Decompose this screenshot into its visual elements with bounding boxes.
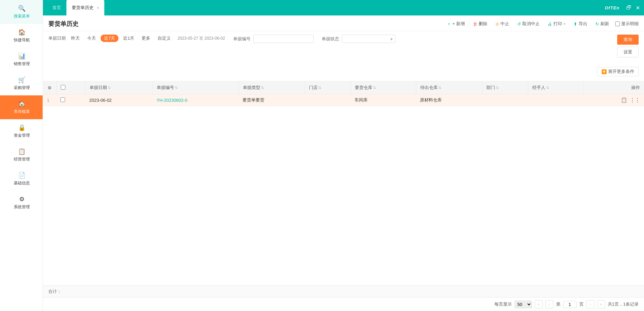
per-page-select[interactable]: 50 20 100 bbox=[515, 301, 532, 308]
page-label-after: 页 bbox=[579, 301, 584, 307]
sidebar-item-purchase[interactable]: 🛒 采购管理 bbox=[0, 72, 43, 95]
th-bill-type[interactable]: 单据类型⇅ bbox=[238, 81, 305, 94]
th-date[interactable]: 单据日期⇅ bbox=[85, 81, 152, 94]
th-department[interactable]: 部门⇅ bbox=[482, 81, 528, 94]
refresh-button[interactable]: ↻ 刷新 bbox=[593, 19, 611, 28]
pagination-next-btn[interactable]: › bbox=[586, 300, 594, 308]
th-handler[interactable]: 经手人⇅ bbox=[528, 81, 584, 94]
tab-requisition-history[interactable]: 要货单历史 × bbox=[66, 0, 104, 15]
cell-action: 📋 ⋮⋮ bbox=[584, 94, 644, 106]
query-button[interactable]: 查询 bbox=[617, 35, 639, 45]
th-action: 操作 bbox=[584, 81, 644, 94]
sales-icon: 📊 bbox=[18, 52, 25, 60]
basic-info-icon: 📄 bbox=[18, 172, 25, 179]
row-checkbox[interactable] bbox=[60, 97, 65, 102]
bill-no-input[interactable] bbox=[253, 35, 314, 43]
th-store[interactable]: 门店⇅ bbox=[305, 81, 351, 94]
expand-chevron-icon: 🔽 bbox=[601, 69, 607, 74]
pagination-prev-btn[interactable]: ‹ bbox=[545, 300, 553, 308]
cancel-stop-button[interactable]: ↺ 取消中止 bbox=[515, 19, 542, 28]
brand-label: OfTEn bbox=[605, 5, 620, 10]
settings-button[interactable]: 设置 bbox=[617, 47, 639, 57]
date-tab-custom[interactable]: 自定义 bbox=[155, 35, 173, 42]
show-detail-toggle[interactable]: 显示明细 bbox=[615, 21, 639, 27]
th-checkbox bbox=[56, 81, 85, 94]
row-edit-icon[interactable]: 📋 bbox=[621, 97, 627, 103]
window-restore-btn[interactable]: 🗗 bbox=[626, 5, 632, 11]
sidebar-item-quick-nav[interactable]: 🏠 快捷导航 bbox=[0, 24, 43, 48]
handler-sort-icon: ⇅ bbox=[546, 86, 549, 90]
window-close-btn[interactable]: ✕ bbox=[636, 5, 640, 11]
date-tab-7days[interactable]: 近7天 bbox=[101, 35, 118, 42]
tab-home[interactable]: 首页 bbox=[47, 0, 66, 15]
status-label: 单据状态 bbox=[322, 36, 339, 42]
sidebar-item-search[interactable]: 🔍 搜索菜单 bbox=[0, 0, 43, 24]
print-icon: 🖨 bbox=[548, 21, 552, 27]
pending-warehouse-sort-icon: ⇅ bbox=[438, 86, 441, 90]
system-icon: ⚙ bbox=[19, 195, 24, 203]
row-delete-icon[interactable]: ⋮⋮ bbox=[630, 97, 640, 103]
sidebar-item-inventory[interactable]: 🏠 库存核算 bbox=[0, 95, 43, 119]
refresh-icon: ↻ bbox=[595, 21, 599, 27]
filter-actions: 查询 设置 bbox=[617, 35, 639, 57]
topbar: 首页 要货单历史 × OfTEn 🗗 ✕ bbox=[43, 0, 644, 15]
th-bill-no[interactable]: 单据编号⇅ bbox=[153, 81, 238, 94]
export-button[interactable]: ⬆ 导出 bbox=[572, 19, 589, 28]
pagination: 每页显示 50 20 100 « ‹ 第 页 › » 共1页，1条记录 bbox=[43, 297, 644, 311]
cell-num: 1 bbox=[43, 94, 56, 106]
date-tab-more[interactable]: 更多 bbox=[139, 35, 153, 42]
sidebar-item-system[interactable]: ⚙ 系统管理 bbox=[0, 191, 43, 215]
page-content: 要货单历史 ＋ + 新增 🗑 删除 ⊘ 中止 ↺ 取消中止 bbox=[43, 15, 644, 311]
home-icon: 🏠 bbox=[18, 29, 25, 36]
table-row: 1 2023-06-02 YH-20230602-0 要货单要货 车间库 原材料… bbox=[43, 94, 644, 106]
sidebar: 🔍 搜索菜单 🏠 快捷导航 📊 销售管理 🛒 采购管理 🏠 库存核算 🔒 资金管… bbox=[0, 0, 43, 311]
finance-icon: 🔒 bbox=[18, 124, 25, 131]
select-all-checkbox[interactable] bbox=[61, 85, 65, 90]
bill-no-link[interactable]: YH-20230602-0 bbox=[157, 98, 187, 103]
date-sort-icon: ⇅ bbox=[108, 86, 111, 90]
toolbar: ＋ + 新增 🗑 删除 ⊘ 中止 ↺ 取消中止 🖨 打印 bbox=[445, 19, 639, 28]
print-button[interactable]: 🖨 打印 ▾ bbox=[546, 19, 568, 28]
data-table: ⚙ 单据日期⇅ 单据编号⇅ 单据类型⇅ 门店⇅ 要货仓库⇅ 待出仓库⇅ 部门⇅ … bbox=[43, 81, 644, 106]
filter-expand-row: 🔽 展开更多条件 bbox=[48, 65, 639, 78]
page-title: 要货单历史 bbox=[48, 20, 78, 28]
cell-checkbox bbox=[56, 94, 85, 106]
cell-bill-type: 要货单要货 bbox=[238, 94, 305, 106]
date-tab-today[interactable]: 今天 bbox=[85, 35, 99, 42]
date-tab-1month[interactable]: 近1月 bbox=[120, 35, 137, 42]
purchase-icon: 🛒 bbox=[18, 76, 25, 84]
th-pending-warehouse[interactable]: 待出仓库⇅ bbox=[416, 81, 482, 94]
sidebar-item-finance[interactable]: 🔒 资金管理 bbox=[0, 119, 43, 143]
pagination-first-btn[interactable]: « bbox=[535, 300, 543, 308]
new-icon: ＋ bbox=[447, 21, 451, 27]
export-icon: ⬆ bbox=[574, 21, 577, 27]
cell-bill-no[interactable]: YH-20230602-0 bbox=[153, 94, 238, 106]
stop-icon: ⊘ bbox=[495, 21, 499, 27]
cell-department bbox=[482, 94, 528, 106]
status-filter-group: 单据状态 bbox=[322, 35, 395, 43]
sidebar-item-sales[interactable]: 📊 销售管理 bbox=[0, 48, 43, 72]
new-button[interactable]: ＋ + 新增 bbox=[445, 19, 467, 28]
page-header: 要货单历史 ＋ + 新增 🗑 删除 ⊘ 中止 ↺ 取消中止 bbox=[43, 15, 644, 31]
table-area: ⚙ 单据日期⇅ 单据编号⇅ 单据类型⇅ 门店⇅ 要货仓库⇅ 待出仓库⇅ 部门⇅ … bbox=[43, 81, 644, 285]
expand-more-button[interactable]: 🔽 展开更多条件 bbox=[597, 67, 639, 76]
cell-date: 2023-06-02 bbox=[85, 94, 152, 106]
table-footer: 合计： bbox=[43, 285, 644, 297]
date-filter-group: 单据日期 昨天 今天 近7天 近1月 更多 自定义 2023-05-27 至 2… bbox=[48, 35, 225, 42]
sidebar-item-operations[interactable]: 📋 经营管理 bbox=[0, 143, 43, 167]
th-settings[interactable]: ⚙ bbox=[43, 81, 56, 94]
pagination-last-btn[interactable]: » bbox=[597, 300, 605, 308]
tab-close-icon[interactable]: × bbox=[97, 6, 99, 10]
summary-label: 合计： bbox=[48, 288, 61, 295]
bill-no-label: 单据编号 bbox=[233, 36, 251, 42]
page-input[interactable] bbox=[563, 301, 577, 308]
show-detail-checkbox[interactable] bbox=[615, 21, 620, 26]
stop-button[interactable]: ⊘ 中止 bbox=[493, 19, 511, 28]
delete-button[interactable]: 🗑 删除 bbox=[471, 19, 489, 28]
cell-req-warehouse: 车间库 bbox=[351, 94, 416, 106]
th-req-warehouse[interactable]: 要货仓库⇅ bbox=[351, 81, 416, 94]
per-page-label: 每页显示 bbox=[494, 301, 512, 307]
sidebar-item-basic-info[interactable]: 📄 基础信息 bbox=[0, 167, 43, 191]
status-select[interactable] bbox=[342, 35, 395, 43]
date-tab-yesterday[interactable]: 昨天 bbox=[68, 35, 83, 42]
